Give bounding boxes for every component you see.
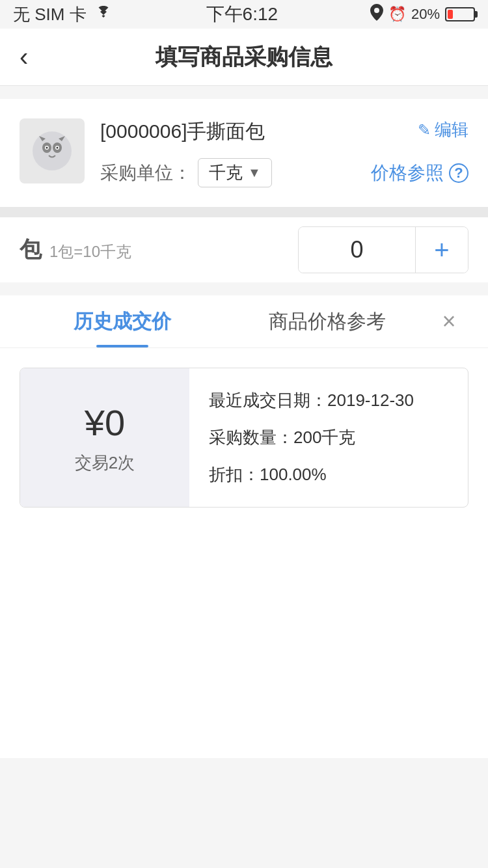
purchase-quantity-row: 采购数量：200千克 [209,425,448,450]
quantity-input[interactable] [299,227,416,273]
svg-point-5 [46,147,48,149]
discount-label: 折扣： [209,465,260,484]
quantity-row: 包 1包=10千克 + [0,217,488,282]
edit-button[interactable]: ✎ 编辑 [418,118,468,141]
quantity-plus-button[interactable]: + [416,227,468,273]
recent-date-value: 2019-12-30 [327,390,414,410]
price-card-right: 最近成交日期：2019-12-30 采购数量：200千克 折扣：100.00% [189,368,468,507]
tab-history-price-label: 历史成交价 [74,308,171,335]
price-amount: ¥0 [85,401,125,444]
svg-point-0 [33,131,72,170]
product-thumbnail [20,118,85,183]
price-ref-help-icon: ? [449,163,468,183]
product-card: [0000006]手撕面包 ✎ 编辑 采购单位： 千克 ▼ 价格参照 ? [0,99,488,207]
status-bar: 无 SIM 卡 下午6:12 ⏰ 20% [0,0,488,29]
quantity-hint: 1包=10千克 [49,241,131,262]
location-icon [370,4,383,25]
tabs-section: 历史成交价 商品价格参考 × ¥0 交易2次 最近成交日期：2019-12-30… [0,295,488,758]
price-ref-label: 价格参照 [371,161,444,185]
purchase-quantity-value: 200千克 [293,427,355,447]
tabs-header: 历史成交价 商品价格参考 × [0,295,488,348]
discount-value: 100.00% [260,465,327,484]
status-time: 下午6:12 [206,2,278,27]
status-right: ⏰ 20% [370,4,475,25]
tabs-close-button[interactable]: × [429,295,468,347]
price-currency: ¥ [85,402,105,443]
status-left: 无 SIM 卡 [13,3,114,26]
wifi-icon [93,5,114,25]
price-value: 0 [105,402,125,443]
page-title: 填写商品采购信息 [156,42,332,72]
price-ref-button[interactable]: 价格参照 ? [371,161,468,185]
tab-history-price[interactable]: 历史成交价 [20,295,224,347]
tab-product-price-ref-label: 商品价格参考 [269,308,386,335]
battery-percent: 20% [411,6,440,23]
tab-product-price-ref[interactable]: 商品价格参考 [224,295,429,347]
svg-point-6 [57,147,59,149]
edit-icon: ✎ [418,121,431,139]
price-card: ¥0 交易2次 最近成交日期：2019-12-30 采购数量：200千克 折扣：… [20,368,468,508]
discount-row: 折扣：100.00% [209,462,448,487]
product-info: [0000006]手撕面包 ✎ 编辑 采购单位： 千克 ▼ 价格参照 ? [100,118,468,187]
quantity-unit: 包 [20,235,42,265]
quantity-label: 包 1包=10千克 [20,235,131,265]
back-button[interactable]: ‹ [20,42,28,72]
recent-date-row: 最近成交日期：2019-12-30 [209,388,448,413]
tab-active-indicator [96,345,148,347]
unit-value: 千克 [209,161,243,184]
dropdown-arrow-icon: ▼ [248,165,261,180]
price-card-left: ¥0 交易2次 [20,368,189,507]
alarm-icon: ⏰ [388,6,406,23]
unit-select[interactable]: 千克 ▼ [198,158,272,187]
recent-date-label: 最近成交日期： [209,390,327,410]
price-transactions: 交易2次 [75,452,135,474]
section-divider [0,207,488,217]
quantity-control: + [298,226,468,273]
edit-label: 编辑 [435,118,468,141]
unit-label: 采购单位： [100,161,191,185]
product-name: [0000006]手撕面包 [100,118,265,145]
nav-bar: ‹ 填写商品采购信息 [0,29,488,86]
battery-icon [445,7,475,21]
tab-content-area: ¥0 交易2次 最近成交日期：2019-12-30 采购数量：200千克 折扣：… [0,368,488,758]
purchase-quantity-label: 采购数量： [209,427,293,447]
sim-label: 无 SIM 卡 [13,3,87,26]
